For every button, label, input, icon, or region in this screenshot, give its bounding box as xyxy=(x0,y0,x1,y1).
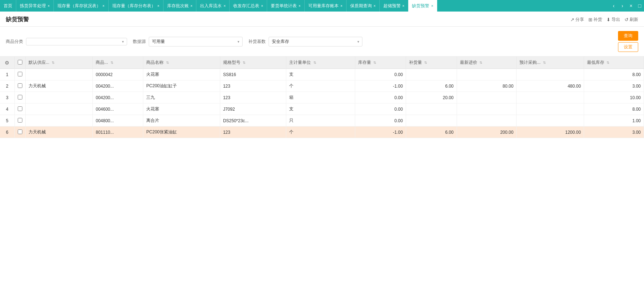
tab-close-shortage-warning[interactable]: × xyxy=(431,4,433,8)
category-select[interactable]: ▾ xyxy=(26,38,127,45)
tab-maximize-button[interactable]: □ xyxy=(635,0,644,12)
sort-unit-icon[interactable]: ⇅ xyxy=(313,61,316,65)
tab-close-exception[interactable]: × xyxy=(48,4,50,8)
tab-close-receive-summary[interactable]: × xyxy=(261,4,263,8)
datasource-label: 数据源 xyxy=(133,39,146,45)
tab-close-inventory-status[interactable]: × xyxy=(103,4,105,8)
replenish-button[interactable]: ⊞ 补货 xyxy=(588,17,602,23)
sort-estimated-purchase-icon[interactable]: ⇅ xyxy=(543,61,546,65)
tab-label-shortage-warning: 缺货预警 xyxy=(412,3,429,9)
cell-latest-price-6: 200.00 xyxy=(457,127,517,138)
cell-product-name-2: PC200油缸缸子 xyxy=(143,80,220,92)
cell-latest-price-2: 80.00 xyxy=(457,80,517,92)
select-all-checkbox[interactable] xyxy=(18,60,22,65)
row-checkbox-6[interactable] xyxy=(18,129,22,134)
export-icon: ⬇ xyxy=(606,17,610,22)
tab-close-batch-account[interactable]: × xyxy=(191,4,193,8)
cell-min-stock-3: 10.00 xyxy=(584,92,644,103)
row-checkbox-cell-6 xyxy=(14,127,25,138)
cell-latest-price-4 xyxy=(457,103,517,115)
tab-inventory-dist[interactable]: 现存量（库存分布表）× xyxy=(109,0,164,12)
cell-min-stock-1: 8.00 xyxy=(584,69,644,80)
refresh-button[interactable]: ↺ 刷新 xyxy=(625,17,638,23)
row-checkbox-2[interactable] xyxy=(18,83,22,88)
tab-close-available-ledger[interactable]: × xyxy=(340,4,343,8)
cell-spec-4: J7092 xyxy=(220,103,286,115)
tab-close-expiry-query[interactable]: × xyxy=(374,4,376,8)
row-checkbox-1[interactable] xyxy=(18,72,22,76)
sort-stock-icon[interactable]: ⇅ xyxy=(373,61,376,65)
row-num-5: 5 xyxy=(0,115,14,127)
row-checkbox-5[interactable] xyxy=(18,118,22,123)
cell-unit-6: 个 xyxy=(286,127,355,138)
tab-exception[interactable]: 拣货异常处理× xyxy=(16,0,54,12)
cell-estimated-purchase-5 xyxy=(517,115,584,127)
tab-available-ledger[interactable]: 可用量库存账本× xyxy=(305,0,347,12)
tab-close-inout-flow[interactable]: × xyxy=(223,4,226,8)
table-row[interactable]: 2 力天机械 004200... PC200油缸缸子 123 个 -1.00 6… xyxy=(0,80,644,92)
col-stock-header: 库存量 ⇅ xyxy=(355,57,406,69)
col-spec-label: 规格型号 xyxy=(223,60,240,65)
sort-product-name-icon[interactable]: ⇅ xyxy=(166,61,169,65)
tab-close-overstock-warning[interactable]: × xyxy=(402,4,405,8)
cell-min-stock-5: 1.00 xyxy=(584,115,644,127)
table-row[interactable]: 3 004200... 三九 123 箱 0.00 20.00 10.00 xyxy=(0,92,644,103)
share-button[interactable]: ↗ 分享 xyxy=(570,17,584,23)
sort-min-stock-icon[interactable]: ⇅ xyxy=(606,61,609,65)
cell-spec-3: 123 xyxy=(220,92,286,103)
tab-close-order-stats[interactable]: × xyxy=(299,4,301,8)
tab-close-all-button[interactable]: × xyxy=(627,0,635,12)
tab-prev-button[interactable]: ‹ xyxy=(609,0,618,12)
table-header-row: ⚙ 默认供应... ⇅ 商品... ⇅ 商品名称 ⇅ xyxy=(0,57,644,69)
tab-home[interactable]: 首页 xyxy=(0,0,16,12)
sort-spec-icon[interactable]: ⇅ xyxy=(243,61,245,65)
cell-spec-5: DS250*23c... xyxy=(220,115,286,127)
settings-button[interactable]: 设置 xyxy=(618,42,638,52)
col-replenish-qty-header: 补货量 ⇅ xyxy=(406,57,457,69)
cell-estimated-purchase-4 xyxy=(517,103,584,115)
cell-min-stock-2: 3.00 xyxy=(584,80,644,92)
cell-latest-price-3 xyxy=(457,92,517,103)
tab-label-expiry-query: 保质期查询 xyxy=(350,3,372,9)
filter-bar: 商品分类 ▾ 数据源 可用量 ▾ 补货基数 安全库存 ▾ 查询 设置 xyxy=(0,27,644,57)
table-settings-icon[interactable]: ⚙ xyxy=(5,60,9,66)
row-checkbox-cell-3 xyxy=(14,92,25,103)
query-button[interactable]: 查询 xyxy=(618,31,638,41)
sort-replenish-qty-icon[interactable]: ⇅ xyxy=(424,61,427,65)
row-checkbox-4[interactable] xyxy=(18,106,22,111)
tab-inventory-status[interactable]: 现存量（库存状况表）× xyxy=(54,0,109,12)
table-row[interactable]: 6 力天机械 801110... PC200张紧油缸 123 个 -1.00 6… xyxy=(0,127,644,138)
replenish-base-label: 补货基数 xyxy=(248,39,266,45)
tab-shortage-warning[interactable]: 缺货预警× xyxy=(408,0,437,12)
datasource-select[interactable]: 可用量 ▾ xyxy=(149,37,243,47)
table-row[interactable]: 1 0000042 火花塞 SS816 支 0.00 8.00 xyxy=(0,69,644,80)
tab-receive-summary[interactable]: 收发存汇总表× xyxy=(230,0,267,12)
tab-order-stats[interactable]: 要货单统计表× xyxy=(267,0,305,12)
table-row[interactable]: 5 004800... 离合片 DS250*23c... 只 0.00 1.00 xyxy=(0,115,644,127)
row-checkbox-cell-1 xyxy=(14,69,25,80)
sort-default-supplier-icon[interactable]: ⇅ xyxy=(52,61,55,65)
cell-stock-5: 0.00 xyxy=(355,115,406,127)
cell-estimated-purchase-3 xyxy=(517,92,584,103)
sort-latest-price-icon[interactable]: ⇅ xyxy=(479,61,482,65)
tab-batch-account[interactable]: 库存批次账× xyxy=(164,0,197,12)
cell-replenish-qty-1 xyxy=(406,69,457,80)
export-button[interactable]: ⬇ 导出 xyxy=(606,17,620,23)
tab-expiry-query[interactable]: 保质期查询× xyxy=(347,0,380,12)
sort-product-code-icon[interactable]: ⇅ xyxy=(110,61,113,65)
tab-inout-flow[interactable]: 出入库流水× xyxy=(196,0,230,12)
cell-min-stock-6: 3.00 xyxy=(584,127,644,138)
cell-unit-5: 只 xyxy=(286,115,355,127)
cell-product-code-3: 004200... xyxy=(93,92,143,103)
table-row[interactable]: 4 004600... 火花塞 J7092 支 0.00 8.00 xyxy=(0,103,644,115)
tab-next-button[interactable]: › xyxy=(618,0,627,12)
row-checkbox-3[interactable] xyxy=(18,95,22,100)
tab-close-inventory-dist[interactable]: × xyxy=(157,4,160,8)
replenish-base-select[interactable]: 安全库存 ▾ xyxy=(269,37,362,47)
header-actions: ↗ 分享 ⊞ 补货 ⬇ 导出 ↺ 刷新 xyxy=(570,17,638,23)
page-title: 缺货预警 xyxy=(6,16,29,23)
cell-latest-price-1 xyxy=(457,69,517,80)
cell-replenish-qty-6: 6.00 xyxy=(406,127,457,138)
cell-estimated-purchase-6: 1200.00 xyxy=(517,127,584,138)
tab-overstock-warning[interactable]: 超储预警× xyxy=(380,0,409,12)
